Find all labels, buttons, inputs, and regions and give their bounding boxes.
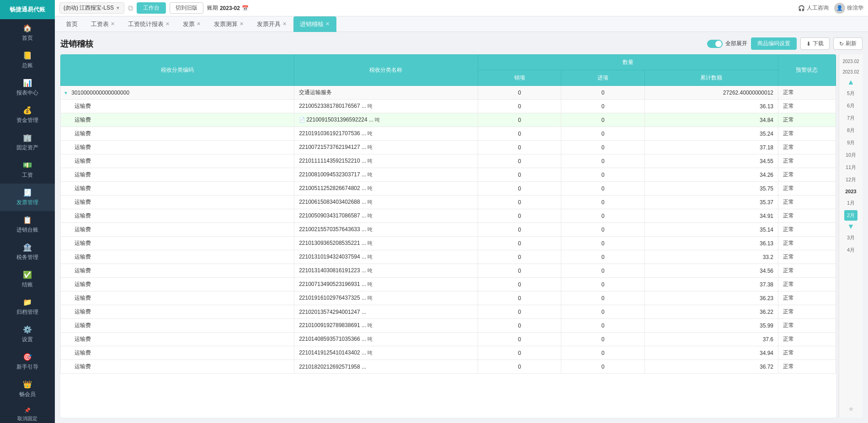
user-menu[interactable]: 👤 徐涫华 bbox=[834, 3, 863, 14]
table-cell-invoice-id: 22101419125410143402 ... 吨 bbox=[294, 346, 478, 360]
company-selector[interactable]: (勿动) 江西报宝-LSS ▼ bbox=[59, 2, 124, 14]
table-row[interactable]: 运输费 22100523381780176567 ... 吨 0 0 36.13… bbox=[61, 100, 836, 113]
table-row[interactable]: 运输费 📄22100915031396592224 ... 吨 0 0 34.8… bbox=[61, 113, 836, 127]
sidebar-item-reports[interactable]: 📊 报表中心 bbox=[0, 74, 55, 101]
month-8[interactable]: 8月 bbox=[846, 125, 856, 136]
table-row[interactable]: 运输费 22100721573762194127 ... 吨 0 0 37.18… bbox=[61, 141, 836, 154]
tab-invoice-open[interactable]: 发票开具 ✕ bbox=[250, 16, 293, 32]
table-row[interactable]: ▼ 3010000000000000000 交通运输服务 0 0 27262.4… bbox=[61, 86, 836, 100]
sidebar-unpin[interactable]: 📌 取消固定 bbox=[0, 403, 55, 423]
month-3[interactable]: 3月 bbox=[846, 233, 856, 243]
table-cell-item-name: 运输费 bbox=[61, 182, 294, 196]
table-row[interactable]: 运输费 22101910361921707536 ... 吨 0 0 35.24… bbox=[61, 127, 836, 141]
sidebar-item-settings[interactable]: ⚙️ 设置 bbox=[0, 321, 55, 348]
table-cell-cumulative: 35.14 bbox=[644, 223, 778, 237]
sales-ledger-icon: 📋 bbox=[23, 216, 32, 224]
sidebar-item-salary[interactable]: 💵 工资 bbox=[0, 156, 55, 184]
table-row[interactable]: 运输费 22100511252826674802 ... 吨 0 0 35.75… bbox=[61, 182, 836, 196]
scroll-down-arrow[interactable]: ▼ bbox=[847, 222, 855, 231]
star-icon[interactable]: ☆ bbox=[849, 403, 853, 415]
tab-home-label: 首页 bbox=[66, 20, 78, 28]
table-row[interactable]: 运输费 22101009192789838691 ... 吨 0 0 35.99… bbox=[61, 319, 836, 333]
tab-invoice-calc[interactable]: 发票测算 ✕ bbox=[208, 16, 250, 32]
table-row[interactable]: 运输费 22101310194324037594 ... 吨 0 0 33.2 … bbox=[61, 250, 836, 264]
month-7[interactable]: 7月 bbox=[846, 113, 856, 123]
table-row[interactable]: 运输费 22100509034317086587 ... 吨 0 0 34.91… bbox=[61, 209, 836, 223]
table-cell-cumulative: 37.18 bbox=[644, 141, 778, 154]
month-9[interactable]: 9月 bbox=[846, 137, 856, 148]
sidebar-item-invoice-mgmt[interactable]: 🧾 发票管理 bbox=[0, 184, 55, 211]
table-row[interactable]: 运输费 22101408593571035366 ... 吨 0 0 37.6 … bbox=[61, 333, 836, 346]
table-cell-invoice-id: 22100523381780176567 ... 吨 bbox=[294, 100, 478, 113]
table-row[interactable]: 运输费 22101916102976437325 ... 吨 0 0 36.23… bbox=[61, 291, 836, 305]
table-cell-cumulative: 34.84 bbox=[644, 113, 778, 127]
support-link[interactable]: 🎧 人工咨询 bbox=[798, 4, 829, 12]
month-10[interactable]: 10月 bbox=[845, 150, 857, 160]
month-2-current[interactable]: 2月 bbox=[844, 210, 857, 221]
sidebar-item-home[interactable]: 🏠 首页 bbox=[0, 19, 55, 47]
month-6[interactable]: 6月 bbox=[846, 100, 856, 111]
tab-invoice-open-close[interactable]: ✕ bbox=[282, 21, 287, 27]
table-row[interactable]: 运输费 22101309365208535221 ... 吨 0 0 36.13… bbox=[61, 237, 836, 250]
table-cell-invoice-id: 22100721573762194127 ... 吨 bbox=[294, 141, 478, 154]
col-header-code: 税收分类编码 bbox=[61, 55, 294, 86]
table-cell-purchase: 0 bbox=[561, 291, 645, 305]
tab-invoice-open-label: 发票开具 bbox=[257, 20, 281, 28]
table-cell-sales: 0 bbox=[478, 237, 561, 250]
table-row[interactable]: 运输费 22101314030816191223 ... 吨 0 0 34.56… bbox=[61, 264, 836, 278]
table-cell-item-name: 运输费 bbox=[61, 360, 294, 374]
reconcile-table: 税收分类编码 税收分类名称 数量 预警状态 bbox=[60, 54, 836, 374]
table-row[interactable]: 运输费 22101111143592152210 ... 吨 0 0 34.55… bbox=[61, 154, 836, 168]
month-5[interactable]: 5月 bbox=[846, 88, 856, 99]
table-row[interactable]: 运输费 22100615083403402688 ... 吨 0 0 35.37… bbox=[61, 196, 836, 209]
tab-salary-stats-close[interactable]: ✕ bbox=[165, 21, 170, 27]
table-cell-status: 正常 bbox=[778, 319, 836, 333]
sidebar-item-settlement[interactable]: ✅ 结账 bbox=[0, 266, 55, 293]
tab-invoice[interactable]: 发票 ✕ bbox=[176, 16, 208, 32]
table-row[interactable]: 运输费 22101419125410143402 ... 吨 0 0 34.94… bbox=[61, 346, 836, 360]
download-button[interactable]: ⬇ 下载 bbox=[800, 37, 830, 50]
sidebar-item-ledger[interactable]: 📒 总账 bbox=[0, 47, 55, 74]
table-cell-purchase: 0 bbox=[561, 168, 645, 182]
table-row[interactable]: 运输费 22100810094532303717 ... 吨 0 0 34.26… bbox=[61, 168, 836, 182]
expand-arrow-icon[interactable]: ▼ bbox=[64, 90, 68, 95]
scroll-up-arrow[interactable]: ▲ bbox=[847, 78, 855, 86]
tab-salary-table-close[interactable]: ✕ bbox=[111, 21, 115, 27]
tab-invoice-calc-close[interactable]: ✕ bbox=[240, 21, 244, 27]
tab-invoice-close[interactable]: ✕ bbox=[197, 21, 201, 27]
table-row[interactable]: 运输费 22100215570357643633 ... 吨 0 0 35.14… bbox=[61, 223, 836, 237]
tab-reconcile-close[interactable]: ✕ bbox=[325, 21, 330, 27]
archive-icon: 📁 bbox=[23, 298, 32, 307]
expand-toggle[interactable] bbox=[707, 40, 723, 48]
product-code-settings-button[interactable]: 商品编码设置 bbox=[751, 37, 797, 50]
sidebar-item-tax-mgmt[interactable]: 🏦 税务管理 bbox=[0, 238, 55, 266]
sidebar: 畅捷通易代账 🏠 首页 📒 总账 📊 报表中心 💰 资金管理 🏢 固定资产 💵 … bbox=[0, 0, 55, 423]
col-header-status: 预警状态 bbox=[778, 55, 836, 86]
month-12[interactable]: 12月 bbox=[845, 174, 857, 185]
switch-version-button[interactable]: 切到旧版 bbox=[170, 2, 203, 14]
calendar-icon: 📅 bbox=[242, 5, 249, 11]
table-row[interactable]: 运输费 22101820212692571958 ... 0 0 36.72 正… bbox=[61, 360, 836, 374]
sidebar-item-label: 首页 bbox=[22, 34, 33, 42]
tab-home[interactable]: 首页 bbox=[59, 16, 85, 32]
sidebar-item-fund[interactable]: 💰 资金管理 bbox=[0, 101, 55, 129]
sidebar-item-member[interactable]: 👑 畅会员 bbox=[0, 375, 55, 403]
table-row[interactable]: 运输费 22102013574294001247 ... 0 0 36.22 正… bbox=[61, 305, 836, 319]
sidebar-item-sales-ledger[interactable]: 📋 进销台账 bbox=[0, 211, 55, 238]
tab-reconcile[interactable]: 进销稽核 ✕ bbox=[293, 16, 336, 32]
sidebar-item-assets[interactable]: 🏢 固定资产 bbox=[0, 129, 55, 156]
month-4[interactable]: 4月 bbox=[846, 245, 856, 255]
logo-text: 畅捷通易代账 bbox=[10, 6, 45, 13]
refresh-button[interactable]: ↻ 刷新 bbox=[833, 37, 863, 50]
sidebar-item-label: 畅会员 bbox=[19, 391, 36, 398]
workbench-button[interactable]: 工作台 bbox=[137, 2, 166, 14]
col-header-name: 税收分类名称 bbox=[294, 55, 478, 86]
sidebar-item-archive[interactable]: 📁 归档管理 bbox=[0, 293, 55, 321]
tab-salary-stats[interactable]: 工资统计报表 ✕ bbox=[122, 16, 176, 32]
month-1[interactable]: 1月 bbox=[846, 198, 856, 208]
month-11[interactable]: 11月 bbox=[845, 162, 857, 173]
table-row[interactable]: 运输费 22100713490523196931 ... 吨 0 0 37.38… bbox=[61, 278, 836, 291]
tab-salary-table-label: 工资表 bbox=[91, 20, 109, 28]
sidebar-item-guide[interactable]: 🎯 新手引导 bbox=[0, 348, 55, 375]
tab-salary-table[interactable]: 工资表 ✕ bbox=[85, 16, 122, 32]
